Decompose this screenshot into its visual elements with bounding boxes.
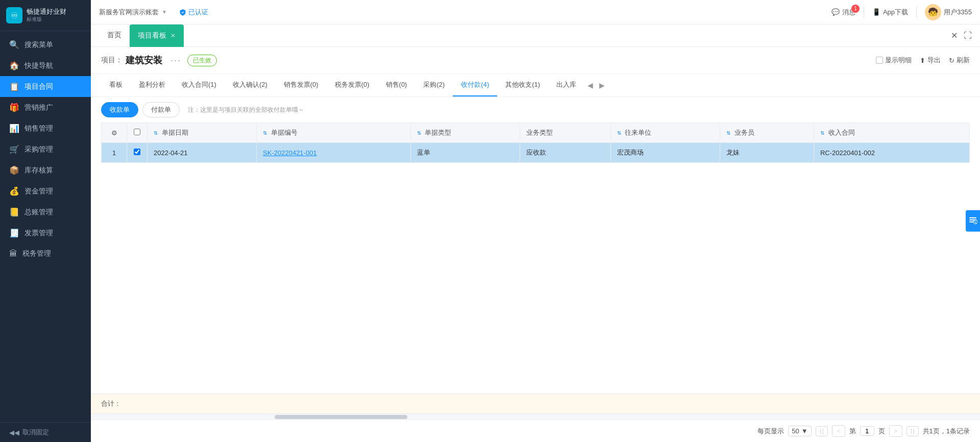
tax-icon: 🏛 <box>9 249 17 258</box>
topbar-divider-2 <box>916 7 917 17</box>
sidebar-item-tax[interactable]: 🏛 税务管理 <box>0 243 91 264</box>
sidebar-item-sales[interactable]: 📊 销售管理 <box>0 118 91 139</box>
workspace-selector[interactable]: 新服务官网演示账套 ▼ <box>99 8 167 17</box>
page-text-label: 第 <box>849 427 856 436</box>
nav-tab-purchase[interactable]: 采购(2) <box>415 74 453 96</box>
row-checkbox[interactable] <box>134 149 140 155</box>
nav-tabs: 看板 盈利分析 收入合同(1) 收入确认(2) 销售发票(0) 税务发票(0) … <box>91 74 980 97</box>
nav-tab-sales-invoice[interactable]: 销售发票(0) <box>276 74 327 96</box>
window-controls: ✕ ⛶ <box>951 31 972 40</box>
col-income-contract-header[interactable]: ⇅ 收入合同 <box>814 123 969 143</box>
col-number-header[interactable]: ⇅ 单据编号 <box>257 123 411 143</box>
table-container: ⚙ ⇅ 单据日期 ⇅ 单据编号 <box>91 122 980 394</box>
main-content: 新服务官网演示账套 ▼ 已认证 💬 消息 1 📱 App下载 🧒 用户3 <box>91 0 980 442</box>
row-num: 1 <box>102 143 127 163</box>
topbar-divider-1 <box>864 7 864 17</box>
nav-tab-profit[interactable]: 盈利分析 <box>131 74 174 96</box>
data-table: ⚙ ⇅ 单据日期 ⇅ 单据编号 <box>101 122 970 163</box>
fund-icon: 💰 <box>9 186 19 196</box>
sidebar-item-invoice[interactable]: 🧾 发票管理 <box>0 223 91 243</box>
project-actions: 显示明细 ⬆ 导出 ↻ 刷新 <box>876 56 970 65</box>
float-action-button[interactable]: ✎ <box>966 210 980 232</box>
sort-icon: ⇅ <box>417 130 421 136</box>
message-button[interactable]: 💬 消息 1 <box>831 8 855 17</box>
more-icon[interactable]: ··· <box>170 55 181 66</box>
page-size-select[interactable]: 50 ▼ <box>788 426 811 436</box>
prev-page-button[interactable]: ＜ <box>832 425 845 437</box>
nav-tab-tax-invoice[interactable]: 税务发票(0) <box>327 74 378 96</box>
last-page-button[interactable]: ⟩⟩ <box>906 426 919 436</box>
nav-tab-receipt[interactable]: 收付款(4) <box>453 74 497 96</box>
tab-project-board[interactable]: 项目看板 ✕ <box>130 24 184 47</box>
sidebar-unpin-button[interactable]: ◀◀ 取消固定 <box>0 422 91 442</box>
page-size-chevron-icon: ▼ <box>801 427 808 435</box>
nav-tab-income-contract[interactable]: 收入合同(1) <box>174 74 225 96</box>
table-row[interactable]: 1 2022-04-21 SK-20220421-001 蓝单 应收款 宏茂商场… <box>102 143 970 163</box>
select-all-checkbox[interactable] <box>134 129 140 135</box>
sales-icon: 📊 <box>9 124 19 133</box>
sidebar-item-label: 采购管理 <box>24 145 53 154</box>
sidebar-item-ledger[interactable]: 📒 总账管理 <box>0 202 91 223</box>
export-button[interactable]: ⬆ 导出 <box>920 56 941 65</box>
payment-tab-button[interactable]: 付款单 <box>142 102 180 117</box>
phone-icon: 📱 <box>872 8 880 16</box>
row-number-link[interactable]: SK-20220421-001 <box>263 149 317 157</box>
col-type-header[interactable]: ⇅ 单据类型 <box>410 123 520 143</box>
sidebar: ♾ 畅捷通好业财 标准版 🔍 搜索菜单 🏠 快捷导航 📋 项目合同 🎁 营销推广… <box>0 0 91 442</box>
row-salesperson: 龙妹 <box>720 143 814 163</box>
next-page-button[interactable]: ＞ <box>889 425 902 437</box>
svg-rect-0 <box>969 217 976 218</box>
project-label: 项目： <box>101 56 122 65</box>
shield-icon <box>179 9 186 16</box>
col-salesperson-header[interactable]: ⇅ 业务员 <box>720 123 814 143</box>
horizontal-scrollbar[interactable] <box>91 413 980 420</box>
nav-tab-other-expense[interactable]: 其他收支(1) <box>497 74 548 96</box>
close-window-icon[interactable]: ✕ <box>951 31 958 40</box>
nav-tab-kanban[interactable]: 看板 <box>101 74 131 96</box>
scrollbar-thumb[interactable] <box>275 415 407 419</box>
col-checkbox-header <box>127 123 148 143</box>
sidebar-item-purchase[interactable]: 🛒 采购管理 <box>0 139 91 160</box>
sidebar-item-label: 营销推广 <box>24 103 53 112</box>
col-date-header[interactable]: ⇅ 单据日期 <box>148 123 257 143</box>
row-date: 2022-04-21 <box>148 143 257 163</box>
page-number-input[interactable] <box>860 426 874 436</box>
sidebar-item-quick-nav[interactable]: 🏠 快捷导航 <box>0 55 91 76</box>
app-logo-text: 畅捷通好业财 标准版 <box>27 8 66 23</box>
refresh-button[interactable]: ↻ 刷新 <box>949 56 970 65</box>
workspace-chevron-icon: ▼ <box>162 9 167 15</box>
certified-badge: 已认证 <box>179 8 208 17</box>
message-icon: 💬 <box>831 8 840 16</box>
app-download-button[interactable]: 📱 App下载 <box>872 8 908 17</box>
export-icon: ⬆ <box>920 57 925 64</box>
first-page-button[interactable]: ⟨⟨ <box>816 426 828 436</box>
col-partner-header[interactable]: ⇅ 往来单位 <box>610 123 720 143</box>
sort-icon: ⇅ <box>726 130 730 136</box>
col-biz-type-header: 业务类型 <box>520 123 610 143</box>
nav-tab-in-out[interactable]: 出入库 <box>548 74 584 96</box>
nav-tab-sales[interactable]: 销售(0) <box>378 74 415 96</box>
sidebar-item-fund[interactable]: 💰 资金管理 <box>0 181 91 202</box>
sidebar-item-search[interactable]: 🔍 搜索菜单 <box>0 34 91 55</box>
col-num-header: ⚙ <box>102 123 127 143</box>
sidebar-item-label: 快捷导航 <box>24 61 53 70</box>
maximize-window-icon[interactable]: ⛶ <box>964 31 972 40</box>
tab-home[interactable]: 首页 <box>99 24 130 47</box>
invoice-icon: 🧾 <box>9 228 19 238</box>
sidebar-item-inventory[interactable]: 📦 库存核算 <box>0 160 91 181</box>
user-button[interactable]: 🧒 用户3355 <box>925 4 972 20</box>
settings-icon[interactable]: ⚙ <box>111 129 117 137</box>
row-biz-type: 应收款 <box>520 143 610 163</box>
nav-left-arrow-icon[interactable]: ◀ <box>584 79 596 91</box>
sidebar-item-project-contract[interactable]: 📋 项目合同 <box>0 76 91 97</box>
nav-right-arrow-icon[interactable]: ▶ <box>596 79 608 91</box>
total-records-label: 共1页，1条记录 <box>923 427 970 436</box>
nav-tab-income-confirm[interactable]: 收入确认(2) <box>225 74 276 96</box>
show-detail-button[interactable]: 显示明细 <box>876 56 912 65</box>
home-icon: 🏠 <box>9 61 19 70</box>
sidebar-item-marketing[interactable]: 🎁 营销推广 <box>0 97 91 118</box>
tab-close-icon[interactable]: ✕ <box>170 32 176 39</box>
receipt-tab-button[interactable]: 收款单 <box>101 102 138 117</box>
total-row: 合计： <box>91 394 980 413</box>
refresh-icon: ↻ <box>949 57 954 64</box>
